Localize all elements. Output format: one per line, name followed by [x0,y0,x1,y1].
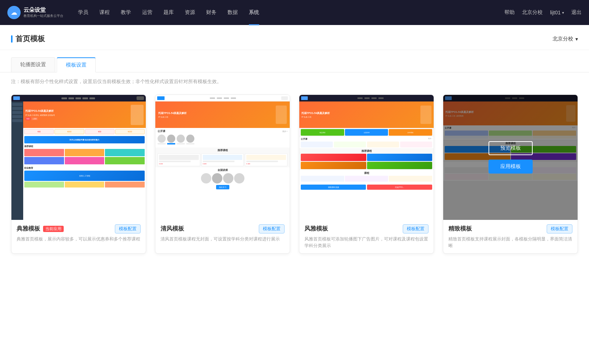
logo: ☁ 云朵设堂 教育机构一站式服务云平台 [7,6,63,19]
nav-item-xueyuan[interactable]: 学员 [78,8,88,17]
main-content: 首页模板 北京分校 ▾ 轮播图设置 模板设置 注：模板有部分个性化样式设置，设置… [0,25,589,364]
config-button-dianya[interactable]: 模板配置 [115,224,141,233]
user-menu[interactable]: lijt01 ▾ [550,10,564,15]
logo-text: 云朵设堂 教育机构一站式服务云平台 [24,7,63,18]
mock-preview-1: 托福TPO1-54真题及解析 IP 头条 口语变化 成绩预测 全程备考 ¥30 … [11,95,146,220]
template-name-row-qingfeng: 清风模板 模板配置 [161,224,285,233]
logout-link[interactable]: 退出 [571,9,582,16]
preview-template-button[interactable]: 预览模板 [489,141,533,155]
tabs-container: 轮播图设置 模板设置 [0,50,589,72]
template-name-row-dianya: 典雅模板 当前应用 模板配置 [17,224,141,233]
template-desc-fengya: 风雅首页模板可添加轮播图下广告图片，可对课程及课程包设置学科分类展示 [304,236,428,249]
branch-selector[interactable]: 北京分校 ▾ [553,36,578,42]
branch-link[interactable]: 北京分校 [522,9,543,16]
tab-carousel[interactable]: 轮播图设置 [11,57,55,72]
template-name-fengya: 风雅模板 [304,225,328,233]
template-info-qingfeng: 清风模板 模板配置 清风首页模板课程无封面，可设置按学科分类对课程进行展示 [155,220,290,247]
tabs: 轮播图设置 模板设置 [11,57,578,72]
mock-preview-3: 托福TPO1-54真题及解析 IP 头条 口语 精品课程 全国讲师 [299,95,434,220]
branch-name: 北京分校 [553,36,573,42]
template-desc-qingfeng: 清风首页模板课程无封面，可设置按学科分类对课程进行展示 [161,236,285,242]
nav-menu: 学员 课程 教学 运营 题库 资源 财务 数据 系统 [78,8,504,17]
template-card-jingzhi: 托福TPO1-54真题及解析 IP 头条 口语 成绩预测 公开课 更多 > [443,94,578,254]
template-preview-dianya: 托福TPO1-54真题及解析 IP 头条 口语变化 成绩预测 全程备考 ¥30 … [11,95,146,220]
template-desc-dianya: 典雅首页模板，展示内容较多，可以展示优惠券和多个推荐课程 [17,236,141,242]
logo-icon: ☁ [7,6,21,19]
template-name-qingfeng: 清风模板 [161,225,184,233]
template-name-row-fengya: 风雅模板 模板配置 [304,224,428,233]
nav-item-caiwu[interactable]: 财务 [206,8,216,17]
help-link[interactable]: 帮助 [504,9,515,16]
config-button-fengya[interactable]: 模板配置 [403,224,428,233]
current-badge-dianya: 当前应用 [43,226,64,232]
nav-item-jiaoxue[interactable]: 教学 [121,8,131,17]
nav-item-kecheng[interactable]: 课程 [99,8,110,17]
page-title: 首页模板 [11,34,45,44]
preview-overlay-jingzhi: 预览模板 应用模板 [443,95,578,220]
nav-item-shuju[interactable]: 数据 [228,8,238,17]
nav-item-xitong[interactable]: 系统 [249,8,259,17]
mock-preview-2: 托福TPO1-54真题及解析 IP 头条 口语 公开课 更多 > [155,95,290,220]
templates-grid: 托福TPO1-54真题及解析 IP 头条 口语变化 成绩预测 全程备考 ¥30 … [0,91,589,268]
template-info-dianya: 典雅模板 当前应用 模板配置 典雅首页模板，展示内容较多，可以展示优惠券和多个推… [11,220,146,247]
nav-right: 帮助 北京分校 lijt01 ▾ 退出 [504,9,582,16]
template-card-fengya: 托福TPO1-54真题及解析 IP 头条 口语 精品课程 全国讲师 [299,94,434,254]
template-preview-qingfeng: 托福TPO1-54真题及解析 IP 头条 口语 公开课 更多 > [155,95,290,220]
nav-item-ziyuan[interactable]: 资源 [185,8,195,17]
template-info-fengya: 风雅模板 模板配置 风雅首页模板可添加轮播图下广告图片，可对课程及课程包设置学科… [299,220,434,253]
template-preview-fengya: 托福TPO1-54真题及解析 IP 头条 口语 精品课程 全国讲师 [299,95,434,220]
template-info-jingzhi: 精致模板 模板配置 精致首页模板支持课程展示封面，各模板分隔明显，界面简洁清晰 [443,220,578,253]
logo-sub: 教育机构一站式服务云平台 [24,14,63,18]
nav-item-tiku[interactable]: 题库 [163,8,174,17]
branch-dropdown-icon: ▾ [575,36,578,42]
notice-text: 注：模板有部分个性化样式设置，设置后仅当前模板生效；非个性化样式设置后针对所有模… [0,72,589,91]
config-button-qingfeng[interactable]: 模板配置 [259,224,285,233]
page-header: 首页模板 北京分校 ▾ [0,25,589,50]
template-name-dianya: 典雅模板 [17,225,40,233]
user-dropdown-icon: ▾ [562,11,564,15]
apply-template-button[interactable]: 应用模板 [489,160,533,174]
template-desc-jingzhi: 精致首页模板支持课程展示封面，各模板分隔明显，界面简洁清晰 [448,236,572,249]
template-name-jingzhi: 精致模板 [448,225,472,233]
template-preview-jingzhi: 托福TPO1-54真题及解析 IP 头条 口语 成绩预测 公开课 更多 > [443,95,578,220]
config-button-jingzhi[interactable]: 模板配置 [547,224,572,233]
template-card-dianya: 托福TPO1-54真题及解析 IP 头条 口语变化 成绩预测 全程备考 ¥30 … [11,94,146,254]
template-card-qingfeng: 托福TPO1-54真题及解析 IP 头条 口语 公开课 更多 > [155,94,290,254]
tab-template[interactable]: 模板设置 [57,57,96,72]
logo-main: 云朵设堂 [24,7,63,14]
nav-item-yunying[interactable]: 运营 [142,8,152,17]
template-name-row-jingzhi: 精致模板 模板配置 [448,224,572,233]
top-navigation: ☁ 云朵设堂 教育机构一站式服务云平台 学员 课程 教学 运营 题库 资源 财务… [0,0,589,25]
